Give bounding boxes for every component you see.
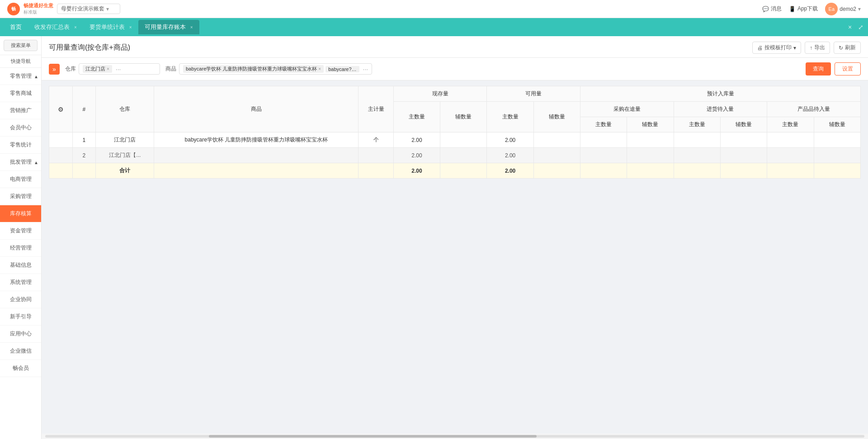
cell-num: 1 [72,132,96,148]
search-menu-btn[interactable]: 搜索菜单 [4,40,38,51]
cell-inbound-aux-2 [720,148,767,163]
chevron-down-icon: ▾ [106,6,109,12]
filter-bar: » 仓库 江北门店 × ··· 商品 babycare学饮杯 儿童防摔防撞吸管杯… [42,58,868,80]
quick-nav-btn[interactable]: 快捷导航 [0,55,41,68]
page-actions: 🖨 按模板打印 ▾ ↑ 导出 ↻ 刷新 [752,42,861,54]
tab-available-stock[interactable]: 可用量库存账本 × [138,20,199,34]
cell-purchase-aux-2 [627,148,674,163]
cell-avail-aux [533,132,580,148]
cell-product-2 [154,148,359,163]
warehouse-tag-container[interactable]: 江北门店 × ··· [79,63,160,75]
th-planned-inbound: 预计入库量 [580,86,861,102]
sidebar-item-system-mgmt[interactable]: 系统管理 [0,274,41,291]
cell-num-2: 2 [72,148,96,163]
sidebar-search-area: 搜索菜单 [0,36,41,55]
horizontal-scrollbar[interactable] [45,435,864,438]
sidebar-item-retail-mgmt[interactable]: 零售管理 ▲ [0,68,41,85]
refresh-icon: ↻ [839,45,843,51]
sidebar-item-retail-stats[interactable]: 零售统计 [0,137,41,154]
chevron-down-icon: ▾ [793,45,796,51]
app-download-btn[interactable]: 📱 App下载 [789,5,818,13]
message-btn[interactable]: 💬 消息 [762,5,782,13]
footer-row: 合计 2.00 2.00 [49,163,861,179]
cell-prod-aux [814,132,860,148]
nav-tabs: 首页 收发存汇总表 × 要货单统计表 × 可用量库存账本 × × ⤢ [0,18,868,36]
sidebar-item-enterprise-collab[interactable]: 企业协同 [0,291,41,308]
sidebar-item-retail-mall[interactable]: 零售商城 [0,85,41,102]
content-area: 可用量查询(按仓库+商品) 🖨 按模板打印 ▾ ↑ 导出 ↻ 刷新 [42,36,868,439]
tab-close-receivable[interactable]: × [74,25,77,30]
sidebar-item-new-user-guide[interactable]: 新手引导 [0,308,41,326]
tab-order-stats[interactable]: 要货单统计表 × [83,20,138,34]
refresh-btn[interactable]: ↻ 刷新 [834,42,861,54]
cell-warehouse-2: 江北门店【... [96,148,154,163]
download-icon: 📱 [789,6,796,12]
filter-more-dots-2: ··· [363,66,368,73]
filter-actions: 查询 设置 [806,62,861,76]
industry-selector[interactable]: 母婴行业演示账套 ▾ [57,4,120,14]
expand-arrow-icon: ▲ [34,160,38,165]
sidebar-item-member-center[interactable]: 会员中心 [0,119,41,137]
sidebar-item-app-center[interactable]: 应用中心 [0,326,41,343]
sidebar-item-marketing[interactable]: 营销推广 [0,102,41,119]
message-icon: 💬 [762,6,769,12]
filter-more-dots: ··· [116,66,121,73]
print-template-btn[interactable]: 🖨 按模板打印 ▾ [752,42,801,54]
th-avail-main: 主数量 [487,102,533,132]
th-num: # [72,86,96,132]
brand-text: 畅捷通好生意 标准版 [24,2,53,15]
th-prod-aux: 辅数量 [814,117,860,132]
product-tag-1-close[interactable]: × [318,66,321,71]
sidebar-item-ecommerce-mgmt[interactable]: 电商管理 [0,171,41,188]
tab-close-available-stock[interactable]: × [190,25,193,30]
query-btn[interactable]: 查询 [806,62,831,76]
cell-stock-aux-2 [440,148,487,163]
th-available: 可用量 [487,86,580,102]
cell-inbound-main-2 [674,148,720,163]
th-stock-aux: 辅数量 [440,102,487,132]
th-inbound-aux: 辅数量 [720,117,767,132]
tab-receivable[interactable]: 收发存汇总表 × [28,20,83,34]
cell-stock-main-2: 2.00 [393,148,440,163]
warehouse-tag-close[interactable]: × [107,66,109,71]
settings-btn[interactable]: 设置 [835,62,861,76]
export-btn[interactable]: ↑ 导出 [805,42,830,54]
cell-unit: 个 [359,132,393,148]
tab-close-order-stats[interactable]: × [129,25,132,30]
chevron-down-icon: ▾ [858,6,861,12]
scrollbar-thumb[interactable] [209,435,537,438]
sidebar-item-inventory-check[interactable]: 库存核算 [0,205,41,222]
sidebar-item-enterprise-wechat[interactable]: 企业微信 [0,343,41,360]
page-header: 可用量查询(按仓库+商品) 🖨 按模板打印 ▾ ↑ 导出 ↻ 刷新 [42,36,868,58]
th-prod-main: 主数量 [767,117,814,132]
cell-settings-2 [49,148,73,163]
th-current-stock: 现存量 [393,86,487,102]
sidebar-item-wholesale-mgmt[interactable]: 批发管理 ▲ [0,154,41,171]
tab-home[interactable]: 首页 [4,20,28,34]
product-tag-container[interactable]: babycare学饮杯 儿童防摔防撞吸管杯重力球吸嘴杯宝宝水杯 × babyca… [179,63,372,75]
th-avail-aux: 辅数量 [533,102,580,132]
top-bar-left: 畅 畅捷通好生意 标准版 母婴行业演示账套 ▾ [7,2,120,15]
filter-expand-btn[interactable]: » [49,64,60,75]
th-purchase-main: 主数量 [580,117,627,132]
warehouse-filter-group: 仓库 江北门店 × ··· [65,63,160,75]
main-layout: 搜索菜单 快捷导航 零售管理 ▲ 零售商城 营销推广 会员中心 零售统计 批发管… [0,36,868,439]
table-row-group: 2 江北门店【... 2.00 2.00 [49,148,861,163]
th-production-pending: 产品品待入量 [767,102,861,117]
sidebar-item-vip-member[interactable]: 畅会员 [0,360,41,377]
maximize-window-btn[interactable]: ⤢ [857,24,864,31]
th-settings[interactable]: ⚙ [49,86,73,132]
data-table: ⚙ # 仓库 商品 主计量 现存量 可用量 预计入库量 主数量 辅数量 主数量 … [49,86,861,179]
cell-inbound-aux [720,132,767,148]
user-menu[interactable]: Ea demo2 ▾ [825,3,861,15]
sidebar-item-finance-mgmt[interactable]: 资金管理 [0,222,41,240]
close-window-btn[interactable]: × [846,24,854,31]
product-tag-1: babycare学饮杯 儿童防摔防撞吸管杯重力球吸嘴杯宝宝水杯 × [183,65,324,73]
sidebar-item-operations-mgmt[interactable]: 经营管理 [0,240,41,257]
page-title: 可用量查询(按仓库+商品) [49,43,130,52]
sidebar-item-purchase-mgmt[interactable]: 采购管理 [0,188,41,205]
window-controls: × ⤢ [846,24,864,31]
cell-stock-main: 2.00 [393,132,440,148]
sidebar-item-basic-info[interactable]: 基础信息 [0,257,41,274]
expand-arrow-icon: ▲ [34,74,38,79]
